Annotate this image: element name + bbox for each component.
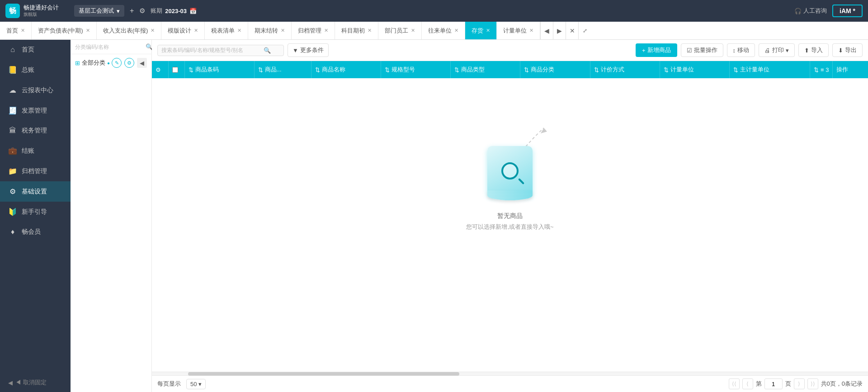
sidebar-item-ledger[interactable]: 📒 总账	[0, 60, 71, 80]
settings-icon[interactable]: ⚙	[139, 7, 145, 15]
col-spec[interactable]: ⇅规格型号	[381, 61, 451, 78]
company-selector[interactable]: 基层工会测试 ▾	[74, 5, 124, 17]
tab-measure-close[interactable]: ✕	[529, 28, 533, 33]
tab-prev-btn[interactable]: ◀	[540, 22, 553, 39]
search-icon[interactable]: 🔍	[264, 47, 271, 54]
move-icon: ↕	[733, 47, 736, 54]
pagination-bar: 每页显示 50 ▾ ⟨⟨ ⟨ 第 页 ⟩ ⟩⟩ 共0页，0条记录	[152, 375, 868, 392]
page-label: 第	[756, 380, 762, 388]
iam-button[interactable]: iAM *	[832, 5, 863, 17]
tab-archive[interactable]: 归档管理 ✕	[292, 22, 335, 39]
calendar-icon[interactable]: 📅	[189, 8, 197, 14]
prev-page-btn[interactable]: ⟨	[742, 378, 753, 389]
sidebar-item-invoice[interactable]: 🧾 发票管理	[0, 100, 71, 121]
collapse-panel-btn[interactable]: ◀	[137, 58, 147, 68]
consult-btn[interactable]: 🎧 人工咨询	[794, 7, 827, 15]
category-all-label[interactable]: 全部分类	[82, 59, 105, 67]
sidebar-item-newguide[interactable]: 🔰 新手引导	[0, 202, 71, 222]
period-value: 2023-03	[165, 8, 187, 14]
col-code[interactable]: ⇅商品...	[254, 61, 311, 78]
col-name[interactable]: ⇅商品名称	[311, 61, 381, 78]
tab-balance[interactable]: 资产负债表(中期) ✕	[32, 22, 97, 39]
sidebar-item-report[interactable]: ☁ 云报表中心	[0, 80, 71, 100]
print-arrow: ▾	[786, 47, 789, 54]
sidebar-item-member[interactable]: ♦ 畅会员	[0, 222, 71, 242]
category-search-input[interactable]	[75, 44, 143, 50]
tab-close-all-btn[interactable]: ✕	[566, 22, 578, 39]
col-barcode-sort: ⇅	[189, 66, 193, 73]
tab-income-close[interactable]: ✕	[151, 28, 155, 33]
tab-inventory[interactable]: 存货 ✕	[465, 22, 497, 39]
tab-template-close[interactable]: ✕	[194, 28, 198, 33]
col-type-sort: ⇅	[454, 66, 459, 73]
sidebar-item-archive[interactable]: 📁 归档管理	[0, 161, 71, 181]
next-page-btn[interactable]: ⟩	[794, 378, 805, 389]
col-type[interactable]: ⇅商品类型	[451, 61, 520, 78]
batch-btn[interactable]: ☑ 批量操作	[681, 43, 723, 57]
unpin-btn[interactable]: ◀ ◀ 取消固定	[0, 373, 71, 392]
edit-category-btn[interactable]: ✎	[112, 58, 122, 68]
col-check[interactable]	[168, 61, 184, 78]
tab-subject[interactable]: 科目期初 ✕	[335, 22, 378, 39]
horizontal-scrollbar[interactable]	[152, 372, 868, 375]
print-btn[interactable]: 🖨 打印 ▾	[759, 43, 795, 57]
chevron-down-icon: ▾	[198, 381, 202, 387]
sidebar-item-settings[interactable]: ⚙ 基础设置	[0, 181, 71, 202]
tab-balance-close[interactable]: ✕	[86, 28, 90, 33]
col-category[interactable]: ⇅商品分类	[520, 61, 590, 78]
tab-dept[interactable]: 部门员工 ✕	[378, 22, 422, 39]
add-tab-btn[interactable]: +	[130, 7, 134, 15]
sidebar-item-home[interactable]: ⌂ 首页	[0, 40, 71, 60]
tab-dept-label: 部门员工	[385, 27, 408, 35]
col-unit[interactable]: ⇅计量单位	[660, 61, 729, 78]
tab-measure-label: 计量单位	[503, 27, 527, 35]
tab-balance-label: 资产负债表(中期)	[38, 27, 83, 35]
per-page-select[interactable]: 50 ▾	[186, 379, 206, 389]
tab-archive-close[interactable]: ✕	[324, 28, 328, 33]
sidebar-item-tax[interactable]: 🏛 税务管理	[0, 121, 71, 141]
tab-template[interactable]: 模版设计 ✕	[161, 22, 205, 39]
tab-next-btn[interactable]: ▶	[553, 22, 566, 39]
col-barcode[interactable]: ⇅商品条码	[184, 61, 254, 78]
archive-icon: 📁	[8, 167, 17, 175]
tab-inventory-close[interactable]: ✕	[486, 28, 490, 33]
select-all-checkbox[interactable]	[172, 67, 178, 73]
add-product-btn[interactable]: + 新增商品	[636, 43, 677, 57]
tab-periodend[interactable]: 期末结转 ✕	[248, 22, 292, 39]
home-icon: ⌂	[8, 46, 17, 54]
period-area: 账期 2023-03 📅	[151, 7, 197, 15]
last-page-btn[interactable]: ⟩⟩	[807, 378, 818, 389]
col-pricing[interactable]: ⇅计价方式	[590, 61, 660, 78]
product-search-input[interactable]	[161, 47, 261, 53]
tab-income[interactable]: 收入支出表(年报) ✕	[97, 22, 162, 39]
empty-illustration	[460, 114, 560, 205]
tab-taxclear-close[interactable]: ✕	[237, 28, 241, 33]
tab-measure[interactable]: 计量单位 ✕	[497, 22, 540, 39]
import-btn[interactable]: ⬆ 导入	[798, 43, 829, 57]
first-page-btn[interactable]: ⟨⟨	[729, 378, 740, 389]
tab-taxclear[interactable]: 税表清单 ✕	[205, 22, 248, 39]
filter-btn[interactable]: ▼ 更多条件	[288, 43, 329, 57]
tab-subject-close[interactable]: ✕	[368, 28, 372, 33]
tab-home[interactable]: 首页 ✕	[0, 22, 32, 39]
export-btn[interactable]: ⬇ 导出	[832, 43, 863, 57]
tab-home-close[interactable]: ✕	[21, 28, 25, 33]
export-label: 导出	[845, 46, 857, 54]
page-input[interactable]	[764, 378, 783, 389]
scrollbar-thumb[interactable]	[188, 372, 459, 376]
tab-periodend-close[interactable]: ✕	[281, 28, 285, 33]
sidebar-item-settle[interactable]: 💼 结账	[0, 141, 71, 161]
move-btn[interactable]: ↕ 移动	[727, 43, 755, 57]
tab-unit[interactable]: 往来单位 ✕	[422, 22, 465, 39]
move-label: 移动	[737, 46, 749, 54]
settings-category-btn[interactable]: ⚙	[124, 58, 134, 68]
tab-expand-btn[interactable]: ⤢	[578, 22, 591, 39]
tab-dept-close[interactable]: ✕	[411, 28, 415, 33]
col-extra[interactable]: ⇅≡ 3	[810, 61, 832, 78]
sidebar-item-settle-label: 结账	[22, 147, 34, 155]
tab-income-label: 收入支出表(年报)	[103, 27, 148, 35]
col-settings[interactable]: ⚙	[152, 61, 168, 78]
tab-unit-close[interactable]: ✕	[454, 28, 458, 33]
tab-bar: 首页 ✕ 资产负债表(中期) ✕ 收入支出表(年报) ✕ 模版设计 ✕ 税表清单…	[0, 22, 868, 40]
col-main-unit[interactable]: ⇅主计量单位	[729, 61, 810, 78]
